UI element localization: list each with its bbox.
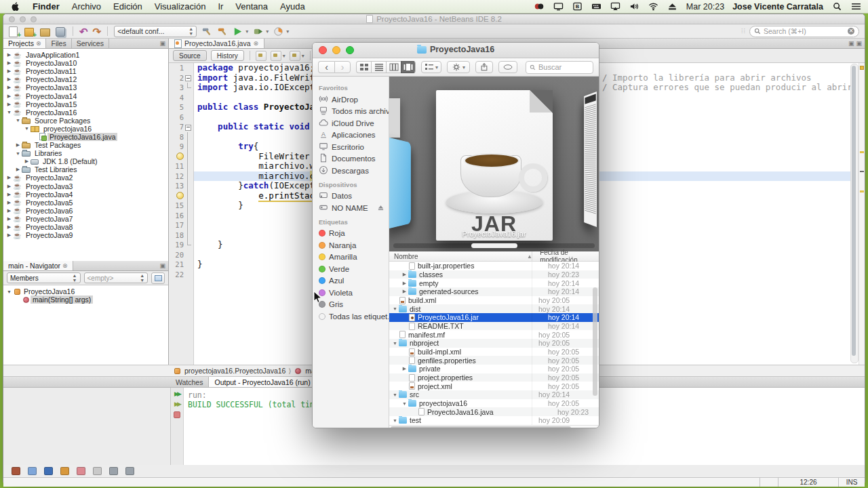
disclosure-closed-icon[interactable]: ▶ — [5, 94, 13, 99]
error-stripe[interactable] — [859, 63, 865, 365]
disclosure-closed-icon[interactable]: ▶ — [5, 216, 13, 222]
disclosure-closed-icon[interactable]: ▶ — [5, 192, 13, 197]
file-row[interactable]: project.propertieshoy 20:05 — [389, 373, 599, 382]
tab-watches[interactable]: Watches — [170, 377, 209, 387]
last-edit-icon[interactable] — [256, 51, 267, 61]
run-basket-icon[interactable] — [12, 467, 20, 475]
new-project-button[interactable]: + — [24, 26, 35, 37]
arrange-button[interactable]: ▾ — [421, 61, 441, 73]
file-row[interactable]: ProyectoJava16.javahoy 20:23 — [389, 407, 599, 416]
tab-proyectojava16-java[interactable]: ProyectoJava16.java⊗ — [169, 39, 264, 48]
coverflow-readme-item[interactable] — [584, 92, 597, 227]
disclosure-closed-icon[interactable]: ▶ — [14, 167, 22, 172]
disclosure-closed-icon[interactable]: ▶ — [401, 281, 408, 286]
project-tree-item[interactable]: ▶☕ProyectoJava15 — [3, 100, 168, 108]
menu-clock[interactable]: Mar 20:23 — [686, 2, 724, 12]
sidebar-item-no-name[interactable]: NO NAME — [313, 202, 389, 214]
disclosure-closed-icon[interactable]: ▶ — [5, 68, 13, 74]
project-tree-item[interactable]: ▼Source Packages — [3, 117, 168, 125]
disclosure-closed-icon[interactable]: ▶ — [5, 200, 13, 205]
disclosure-closed-icon[interactable]: ▶ — [5, 77, 13, 82]
open-project-button[interactable] — [40, 26, 51, 37]
disclosure-open-icon[interactable]: ▼ — [391, 392, 399, 397]
sidebar-item-verde[interactable]: Verde — [313, 263, 389, 275]
forward-icon[interactable] — [290, 51, 300, 61]
file-row[interactable]: ▼nbprojecthoy 20:05 — [389, 339, 599, 348]
debug-project-button[interactable] — [253, 26, 264, 37]
apple-menu[interactable] — [9, 2, 20, 12]
list-horizontal-scrollbar[interactable] — [389, 425, 599, 428]
caret-bar-icon[interactable] — [44, 467, 53, 475]
sidebar-item-gris[interactable]: Gris — [313, 299, 389, 311]
file-row[interactable]: project.xmlhoy 20:05 — [389, 382, 599, 390]
frame-icon[interactable] — [28, 467, 37, 475]
close-icon[interactable]: ⊗ — [253, 40, 258, 47]
project-tree-item[interactable]: ▶Test Packages — [3, 141, 168, 149]
navigator-sort-button[interactable] — [151, 272, 165, 284]
disclosure-open-icon[interactable]: ▼ — [401, 401, 408, 406]
volume-icon[interactable] — [629, 2, 640, 12]
menu-archivo[interactable]: Archivo — [72, 1, 101, 12]
debug-dropdown-arrow[interactable]: ▾ — [266, 28, 269, 35]
rerun-with-args-icon[interactable]: ▶▶ — [174, 401, 180, 407]
file-row[interactable]: ▶classeshoy 20:23 — [389, 270, 599, 279]
fold-marker[interactable] — [184, 83, 193, 93]
run-project-button[interactable] — [233, 26, 243, 37]
column-name[interactable]: Nombre — [389, 253, 527, 260]
file-edit-icon[interactable] — [93, 467, 102, 475]
tab-output[interactable]: Output - ProyectoJava16 (run)⊗ — [209, 377, 324, 387]
maximize-editor-icon[interactable]: ▣ — [856, 40, 862, 47]
sidebar-item-aplicaciones[interactable]: AAplicaciones — [313, 129, 389, 142]
project-tree-item[interactable]: ▶☕ProyectoJava8 — [3, 223, 168, 231]
boot-camp-icon[interactable]: B — [572, 2, 583, 12]
project-tree-item[interactable]: ▶JDK 1.8 (Default) — [3, 157, 168, 165]
tab-files[interactable]: Files — [46, 39, 71, 48]
project-tree-item[interactable]: ▶☕ProyectoJava9 — [3, 231, 168, 239]
fold-marker[interactable] — [184, 240, 193, 250]
share-button[interactable] — [475, 61, 493, 73]
project-tree-item[interactable]: ▼☕ProyectoJava16 — [3, 108, 168, 117]
sidebar-item-amarilla[interactable]: Amarilla — [313, 251, 389, 264]
fold-marker[interactable] — [184, 171, 193, 182]
project-tree-item[interactable]: ▶☕ProyectoJava14 — [3, 92, 168, 100]
sidebar-item-icloud-drive[interactable]: iCloud Drive — [313, 117, 389, 129]
file-row[interactable]: ▶emptyhoy 20:14 — [389, 279, 599, 287]
build-project-button[interactable] — [201, 26, 212, 37]
disclosure-open-icon[interactable]: ▼ — [391, 418, 399, 423]
fold-marker[interactable] — [184, 201, 193, 211]
project-tree-item[interactable]: ▶Test Libraries — [3, 165, 168, 174]
profile-project-button[interactable] — [273, 26, 284, 37]
project-tree-item[interactable]: ▶☕ProyectoJava4 — [3, 190, 168, 199]
sidebar-item-roja[interactable]: Roja — [313, 228, 389, 240]
back-icon[interactable] — [271, 51, 281, 61]
warning-bulb-icon[interactable] — [169, 192, 184, 199]
sidebar-item-documentos[interactable]: Documentos — [313, 153, 389, 165]
menu-edición[interactable]: Edición — [113, 1, 142, 12]
menu-ayuda[interactable]: Ayuda — [280, 1, 305, 12]
key-binding-alt-icon[interactable] — [125, 467, 134, 475]
fold-marker[interactable] — [184, 132, 193, 142]
project-tree-item[interactable]: ▶☕ProyectoJava7 — [3, 215, 168, 223]
disclosure-closed-icon[interactable]: ▶ — [5, 85, 13, 90]
eject-icon[interactable] — [378, 204, 389, 212]
disclosure-closed-icon[interactable]: ▶ — [5, 175, 13, 180]
minimize-panel-icon[interactable]: ▣ — [159, 262, 165, 269]
list-vertical-scrollbar[interactable] — [593, 287, 597, 396]
navigator-tree-item[interactable]: main(String[] args) — [3, 296, 168, 304]
close-icon[interactable]: ⊗ — [36, 40, 41, 47]
clear-search-icon[interactable]: ✕ — [848, 28, 854, 35]
project-tree-item[interactable]: ▶☕ProyectoJava10 — [3, 59, 168, 67]
disclosure-closed-icon[interactable]: ▶ — [5, 60, 13, 66]
eject-icon[interactable] — [667, 2, 678, 12]
project-tree-item[interactable]: ▶☕ProyectoJava2 — [3, 174, 168, 182]
sidebar-item-datos[interactable]: Datos — [313, 190, 389, 203]
menu-visualización[interactable]: Visualización — [155, 1, 206, 12]
disclosure-closed-icon[interactable]: ▶ — [5, 232, 13, 238]
coverflow-view-button[interactable] — [401, 61, 416, 73]
notification-center-icon[interactable] — [850, 2, 861, 12]
clean-build-project-button[interactable] — [217, 26, 228, 37]
file-row[interactable]: ▼srchoy 20:14 — [389, 390, 599, 399]
disclosure-open-icon[interactable]: ▼ — [5, 110, 13, 115]
project-tree-item[interactable]: ▶☕JavaApplication1 — [3, 51, 168, 59]
action-gear-button[interactable]: ▾ — [447, 61, 470, 73]
